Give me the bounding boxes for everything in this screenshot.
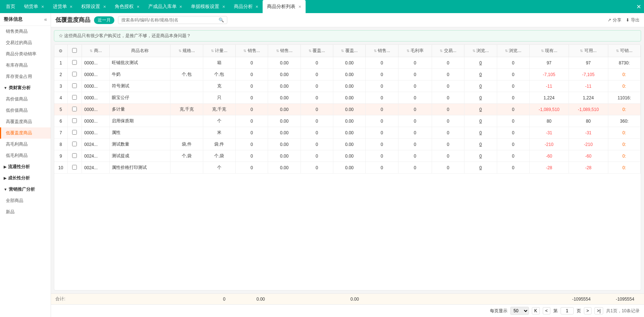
- settings-icon[interactable]: ⚙: [59, 48, 63, 54]
- select-all-checkbox[interactable]: [72, 48, 77, 53]
- sidebar-group-wealth[interactable]: ▼ 类财富分析: [0, 82, 51, 94]
- sidebar-collapse-btn[interactable]: «: [44, 16, 47, 22]
- close-permission-tab[interactable]: ✕: [103, 5, 106, 9]
- col-avail[interactable]: ⇅ 可用...: [569, 45, 608, 57]
- col-spec[interactable]: ⇅ 规格...: [170, 45, 203, 57]
- row-browse1[interactable]: 0: [464, 104, 497, 115]
- nav-tab-sales[interactable]: 销货单 ✕: [20, 0, 48, 13]
- row-checkbox[interactable]: [67, 127, 82, 139]
- row-checkbox[interactable]: [67, 115, 82, 127]
- last-page-btn[interactable]: >|: [594, 307, 603, 314]
- col-name[interactable]: 商品名称: [110, 45, 170, 57]
- row-current: -11: [529, 80, 569, 92]
- col-cover2[interactable]: ⇅ 覆盖...: [333, 45, 365, 57]
- col-code[interactable]: ⇅ 商...: [82, 45, 110, 57]
- row-checkbox[interactable]: [67, 69, 82, 80]
- sidebar-group-growth[interactable]: ▶ 成长性分析: [0, 173, 51, 184]
- row-checkbox[interactable]: [67, 162, 82, 174]
- col-sale2[interactable]: ⇅ 销售...: [268, 45, 301, 57]
- sidebar-item-new-goods[interactable]: 新品: [0, 206, 51, 218]
- row-browse1[interactable]: 0: [464, 139, 497, 150]
- row-browse1[interactable]: 0: [464, 92, 497, 104]
- row-checkbox[interactable]: [67, 150, 82, 162]
- row-browse1[interactable]: 0: [464, 69, 497, 80]
- col-trade[interactable]: ⇅ 交易...: [432, 45, 464, 57]
- col-settings[interactable]: ⚙: [54, 45, 67, 57]
- nav-tab-template[interactable]: 单据模板设置 ✕: [186, 0, 229, 13]
- row-browse2: 0: [497, 127, 529, 139]
- filter-tag[interactable]: 近一月: [94, 16, 114, 24]
- search-icon[interactable]: 🔍: [219, 17, 224, 23]
- sidebar-item-low-profit[interactable]: 低毛利商品: [0, 150, 51, 161]
- sidebar-item-low-coverage[interactable]: 低覆盖度商品: [0, 127, 51, 139]
- nav-tab-analysis[interactable]: 商品分析 ✕: [229, 0, 263, 13]
- col-sale3[interactable]: ⇅ 销售...: [366, 45, 398, 57]
- sidebar-item-high-coverage[interactable]: 高覆盖度商品: [0, 116, 51, 127]
- row-name: 符号测试: [110, 80, 170, 92]
- row-checkbox[interactable]: [67, 92, 82, 104]
- close-role-tab[interactable]: ✕: [137, 5, 140, 9]
- row-checkbox[interactable]: [67, 104, 82, 115]
- page-input[interactable]: [561, 307, 574, 314]
- first-page-btn[interactable]: K: [532, 307, 540, 314]
- row-browse1[interactable]: 0: [464, 80, 497, 92]
- row-browse1[interactable]: 0: [464, 150, 497, 162]
- row-trade: 0: [432, 69, 464, 80]
- close-sales-tab[interactable]: ✕: [41, 5, 44, 9]
- row-browse1[interactable]: 0: [464, 115, 497, 127]
- row-avail: -1,089,510: [569, 104, 608, 115]
- export-icon: ⬇: [626, 17, 629, 23]
- close-all-tabs[interactable]: ✕: [636, 3, 641, 10]
- col-browse1[interactable]: ⇅ 浏览...: [464, 45, 497, 57]
- share-icon: ↗: [608, 17, 611, 23]
- page-size-select[interactable]: 50 100 200: [510, 307, 529, 315]
- col-cover1[interactable]: ⇅ 覆盖...: [301, 45, 333, 57]
- row-current: 80: [529, 115, 569, 127]
- row-checkbox[interactable]: [67, 57, 82, 69]
- row-sale2: 0.00: [268, 104, 301, 115]
- search-input[interactable]: [121, 17, 217, 23]
- row-checkbox[interactable]: [67, 139, 82, 150]
- sidebar-item-low-value[interactable]: 低价值商品: [0, 105, 51, 116]
- export-button[interactable]: ⬇ 导出: [626, 17, 640, 23]
- nav-tab-warehouse[interactable]: 产成品入库单 ✕: [144, 0, 187, 13]
- col-unit[interactable]: ⇅ 计量...: [203, 45, 235, 57]
- sidebar-group-circulation[interactable]: ▶ 流通性分析: [0, 161, 51, 173]
- sidebar-item-in-stock[interactable]: 有库存商品: [0, 60, 51, 71]
- sidebar-item-sales-goods[interactable]: 销售类商品: [0, 26, 51, 37]
- row-name: 眼宝公仔: [110, 92, 170, 104]
- footer-avail: -1095554: [610, 297, 640, 302]
- close-analysis-tab[interactable]: ✕: [255, 5, 258, 9]
- info-bar: ☆ 这些商品只有很少客户购买过，是推广不够，还是商品本身问题？: [54, 30, 641, 41]
- prev-page-btn[interactable]: <: [543, 307, 550, 314]
- nav-tab-home[interactable]: 首页: [1, 0, 20, 13]
- close-purchase-tab[interactable]: ✕: [70, 5, 72, 9]
- col-sale1[interactable]: ⇅ 销售...: [235, 45, 268, 57]
- row-checkbox[interactable]: [67, 80, 82, 92]
- close-warehouse-tab[interactable]: ✕: [179, 5, 182, 9]
- col-current[interactable]: ⇅ 现有...: [529, 45, 569, 57]
- row-gross: 0: [398, 104, 432, 115]
- sidebar-item-stock-fund[interactable]: 库存资金占用: [0, 71, 51, 82]
- share-button[interactable]: ↗ 分享: [608, 17, 621, 23]
- sidebar-item-high-value[interactable]: 高价值商品: [0, 94, 51, 105]
- sidebar-item-traded-goods[interactable]: 交易过的商品: [0, 37, 51, 48]
- sidebar-item-all-goods[interactable]: 全部商品: [0, 195, 51, 206]
- row-browse1[interactable]: 0: [464, 127, 497, 139]
- row-current: -28: [529, 162, 569, 174]
- sidebar-item-high-profit[interactable]: 高毛利商品: [0, 139, 51, 150]
- row-browse1[interactable]: 0: [464, 57, 497, 69]
- row-browse1[interactable]: 0: [464, 162, 497, 174]
- nav-tab-purchase[interactable]: 进货单 ✕: [48, 0, 77, 13]
- close-template-tab[interactable]: ✕: [222, 5, 225, 9]
- col-browse2[interactable]: ⇅ 浏览...: [497, 45, 529, 57]
- nav-tab-analysis-list[interactable]: 商品分析列表 ✕: [263, 0, 306, 13]
- sidebar-item-category-rate[interactable]: 商品分类动销率: [0, 48, 51, 60]
- col-gross[interactable]: ⇅ 毛利率: [398, 45, 432, 57]
- nav-tab-permission[interactable]: 权限设置 ✕: [77, 0, 110, 13]
- col-saleable[interactable]: ⇅ 可销...: [608, 45, 640, 57]
- sidebar-group-marketing[interactable]: ▼ 营销推广分析: [0, 184, 51, 195]
- nav-tab-role[interactable]: 角色授权 ✕: [110, 0, 144, 13]
- close-analysis-list-tab[interactable]: ✕: [298, 5, 301, 9]
- next-page-btn[interactable]: >: [584, 307, 592, 314]
